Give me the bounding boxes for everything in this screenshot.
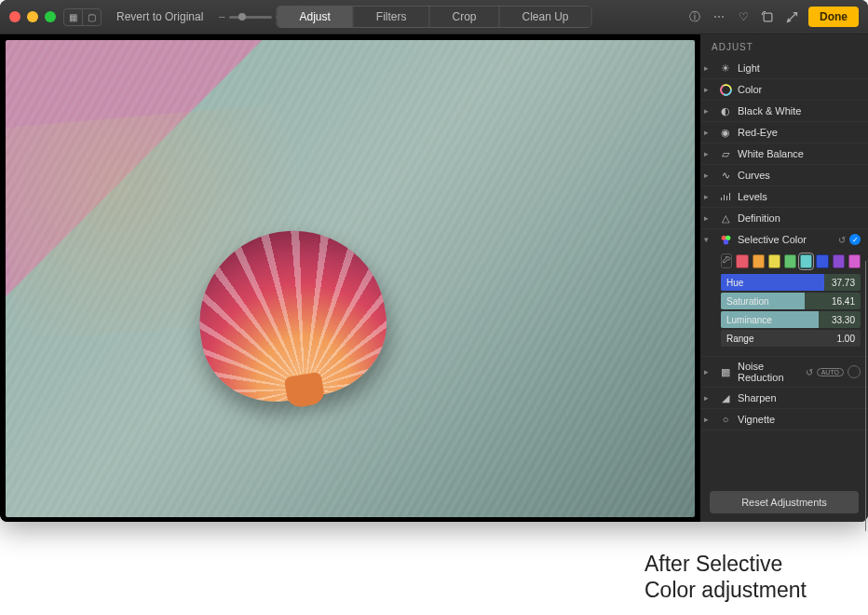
halftone-icon: ◐: [719, 104, 732, 117]
adjust-row-label: Red-Eye: [738, 127, 861, 138]
adjust-row-vignette[interactable]: ▸ ○ Vignette: [700, 409, 868, 430]
swatch-green[interactable]: [784, 254, 796, 268]
chevron-right-icon: ▸: [704, 149, 713, 158]
adjust-row-levels[interactable]: ▸ Levels: [700, 186, 868, 208]
swatch-magenta[interactable]: [848, 254, 861, 268]
slider-value: 37.73: [832, 278, 861, 288]
reset-section-icon[interactable]: ↺: [806, 367, 813, 377]
photos-edit-window: ▦ ▢ Revert to Original − + Adjust Filter…: [0, 0, 868, 522]
adjust-row-light[interactable]: ▸ ☀ Light: [700, 58, 868, 79]
adjust-row-label: Levels: [738, 191, 861, 202]
curves-icon: ∿: [719, 169, 732, 182]
view-single-icon[interactable]: ▢: [82, 9, 101, 25]
info-icon[interactable]: ⓘ: [687, 9, 702, 24]
view-grid-icon[interactable]: ▦: [64, 9, 82, 25]
slider-luminance[interactable]: Luminance 33.30: [721, 311, 861, 328]
zoom-knob[interactable]: [238, 13, 246, 20]
reset-section-icon[interactable]: ↺: [838, 235, 846, 245]
auto-enhance-icon[interactable]: [784, 9, 799, 24]
adjust-row-sharpen[interactable]: ▸ ◢ Sharpen: [700, 388, 868, 409]
levels-icon: [719, 190, 732, 203]
eyedropper-button[interactable]: [721, 253, 732, 268]
reset-adjustments-button[interactable]: Reset Adjustments: [710, 491, 859, 513]
adjust-row-redeye[interactable]: ▸ ◉ Red-Eye: [700, 122, 868, 144]
chevron-right-icon: ▸: [704, 85, 713, 94]
slider-label: Hue: [721, 278, 832, 288]
section-enabled-toggle[interactable]: [848, 365, 861, 378]
chevron-right-icon: ▸: [704, 393, 713, 403]
color-wheel-icon: [719, 83, 732, 96]
tab-cleanup[interactable]: Clean Up: [499, 7, 591, 27]
slider-range[interactable]: Range 1.00: [721, 330, 861, 347]
chevron-right-icon: ▸: [704, 192, 713, 201]
slider-saturation[interactable]: Saturation 16.41: [721, 293, 861, 309]
tab-filters[interactable]: Filters: [353, 7, 429, 27]
annotation-line2: Color adjustment: [644, 578, 807, 602]
adjust-panel-header: ADJUST: [700, 34, 868, 58]
selective-color-body: Hue 37.73 Saturation 16.41 Luminance 33.…: [700, 250, 868, 357]
zoom-out-icon[interactable]: −: [218, 10, 225, 24]
zoom-window-button[interactable]: [45, 11, 56, 22]
swatch-orange[interactable]: [753, 254, 765, 268]
swatch-cyan[interactable]: [800, 254, 812, 268]
adjust-row-label: Black & White: [738, 105, 861, 116]
color-swatch-row: [721, 253, 861, 268]
slider-label: Luminance: [721, 315, 832, 325]
slider-value: 33.30: [832, 315, 861, 325]
adjust-row-selective-color[interactable]: ▾ Selective Color ↺ ✓: [700, 229, 868, 250]
eye-icon: ◉: [719, 126, 732, 139]
adjust-row-label: Sharpen: [738, 392, 861, 403]
tab-adjust[interactable]: Adjust: [277, 7, 352, 27]
adjust-row-bw[interactable]: ▸ ◐ Black & White: [700, 101, 868, 122]
swatch-blue[interactable]: [816, 254, 828, 268]
swatch-purple[interactable]: [833, 254, 845, 268]
zoom-slider[interactable]: − +: [218, 10, 282, 24]
revert-to-original-button[interactable]: Revert to Original: [109, 7, 210, 27]
zoom-track[interactable]: [229, 16, 272, 19]
selective-color-icon: [719, 233, 732, 246]
adjust-row-label: Noise Reduction: [738, 361, 800, 383]
adjust-row-label: Light: [738, 62, 861, 74]
window-controls: [9, 11, 56, 22]
section-enabled-toggle[interactable]: ✓: [849, 234, 861, 245]
close-window-button[interactable]: [9, 11, 20, 22]
tab-crop[interactable]: Crop: [428, 7, 498, 27]
favorite-icon[interactable]: ♡: [736, 9, 751, 24]
adjust-row-label: White Balance: [738, 148, 861, 159]
rotate-icon[interactable]: [760, 9, 775, 24]
edited-photo: [6, 40, 695, 517]
sun-icon: ☀: [719, 62, 732, 75]
chevron-right-icon: ▸: [704, 415, 713, 424]
more-icon[interactable]: ⋯: [712, 9, 726, 24]
adjust-row-label: Color: [738, 84, 861, 95]
slider-value: 16.41: [832, 296, 861, 307]
minimize-window-button[interactable]: [27, 11, 38, 22]
adjust-row-wb[interactable]: ▸ ▱ White Balance: [700, 144, 868, 165]
adjust-row-label: Vignette: [738, 414, 861, 425]
slider-value: 1.00: [837, 334, 861, 344]
adjust-row-color[interactable]: ▸ Color: [700, 79, 868, 101]
white-balance-icon: ▱: [719, 147, 732, 160]
auto-button[interactable]: AUTO: [817, 368, 844, 376]
adjust-row-definition[interactable]: ▸ △ Definition: [700, 208, 868, 229]
chevron-right-icon: ▸: [704, 63, 713, 73]
adjust-row-label: Selective Color: [738, 234, 833, 245]
photo-canvas[interactable]: [0, 34, 700, 522]
slider-label: Range: [721, 334, 837, 344]
slider-hue[interactable]: Hue 37.73: [721, 274, 861, 291]
annotation-caption: After Selective Color adjustment: [644, 551, 868, 605]
vignette-icon: ○: [719, 413, 732, 426]
titlebar: ▦ ▢ Revert to Original − + Adjust Filter…: [0, 0, 868, 34]
adjust-row-curves[interactable]: ▸ ∿ Curves: [700, 165, 868, 186]
swatch-yellow[interactable]: [768, 254, 780, 268]
annotation-line1: After Selective: [644, 552, 782, 576]
adjust-panel: ADJUST ▸ ☀ Light ▸ Color ▸ ◐ Black & Wh: [700, 34, 868, 522]
view-mode-segmented[interactable]: ▦ ▢: [63, 8, 102, 26]
adjust-row-noise-reduction[interactable]: ▸ ▩ Noise Reduction ↺ AUTO: [700, 357, 868, 388]
done-button[interactable]: Done: [808, 7, 859, 27]
chevron-down-icon: ▾: [704, 235, 713, 244]
chevron-right-icon: ▸: [704, 106, 713, 116]
triangle-icon: △: [719, 212, 732, 225]
swatch-red[interactable]: [736, 254, 748, 268]
slider-label: Saturation: [721, 296, 832, 307]
